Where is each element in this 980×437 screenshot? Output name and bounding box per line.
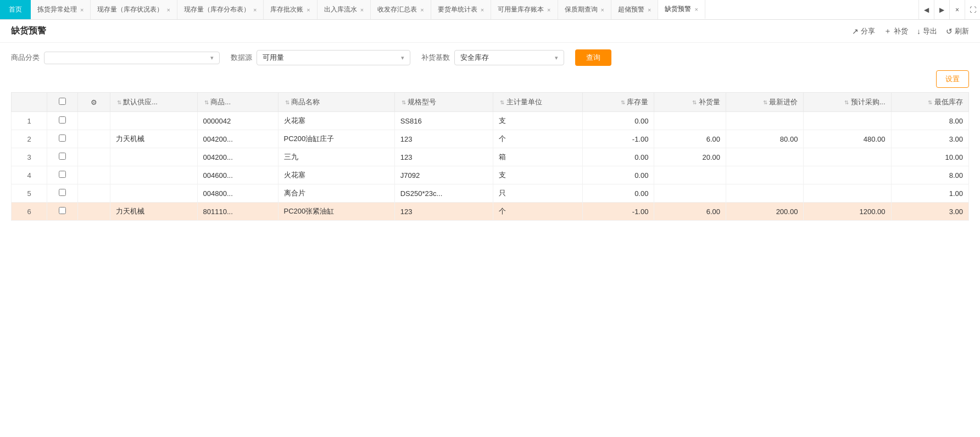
cell-replenish-0 bbox=[654, 112, 726, 130]
th-unit-sort-icon: ⇅ bbox=[500, 99, 504, 105]
tab-abnormal-close[interactable]: × bbox=[80, 7, 83, 13]
tab-stock-status-close[interactable]: × bbox=[166, 7, 170, 13]
th-index bbox=[12, 93, 47, 112]
cell-spec-4: DS250*23c... bbox=[394, 184, 493, 203]
tab-available[interactable]: 可用量库存账本 × bbox=[491, 0, 558, 19]
row-checkbox-1[interactable] bbox=[59, 135, 66, 142]
share-button[interactable]: ↗ 分享 bbox=[852, 26, 875, 36]
cell-unit-0: 支 bbox=[493, 112, 583, 130]
base-label: 补货基数 bbox=[421, 53, 450, 63]
tab-fullscreen[interactable]: ⛶ bbox=[965, 0, 980, 20]
tab-demand-label: 要货单统计表 bbox=[438, 5, 477, 14]
tab-shortage[interactable]: 缺货预警 × bbox=[658, 0, 705, 19]
settings-button[interactable]: 设置 bbox=[936, 70, 969, 88]
th-name[interactable]: ⇅ 商品名称 bbox=[278, 93, 394, 112]
th-check[interactable] bbox=[47, 93, 77, 112]
tab-scroll-next[interactable]: ▶ bbox=[934, 0, 949, 20]
table-header-row: ⚙ ⇅ 默认供应... ⇅ 商品... ⇅ 商品名称 ⇅ bbox=[12, 93, 969, 112]
tab-stock-dist[interactable]: 现存量（库存分布表） × bbox=[177, 0, 264, 19]
table-body: 1 0000042 火花塞 SS816 支 0.00 8.00 2 力天机械 0… bbox=[12, 112, 969, 221]
cell-replenish-1: 6.00 bbox=[654, 130, 726, 148]
cell-check-3[interactable] bbox=[47, 166, 77, 184]
select-all-checkbox[interactable] bbox=[59, 98, 66, 105]
base-select[interactable]: 安全库存 ▾ bbox=[454, 50, 564, 65]
tab-home[interactable]: 首页 bbox=[0, 0, 31, 19]
th-spec[interactable]: ⇅ 规格型号 bbox=[394, 93, 493, 112]
table-row: 1 0000042 火花塞 SS816 支 0.00 8.00 bbox=[12, 112, 969, 130]
cell-code-1: 004200... bbox=[197, 130, 278, 148]
tab-receipt-close[interactable]: × bbox=[420, 7, 424, 13]
datasource-select-value: 可用量 bbox=[263, 53, 284, 63]
th-stock-label: 库存量 bbox=[627, 98, 648, 106]
th-stock[interactable]: ⇅ 库存量 bbox=[582, 93, 654, 112]
tab-batch[interactable]: 库存批次账 × bbox=[264, 0, 317, 19]
tab-batch-close[interactable]: × bbox=[307, 7, 310, 13]
cell-check-1[interactable] bbox=[47, 130, 77, 148]
th-purchase[interactable]: ⇅ 预计采购... bbox=[804, 93, 891, 112]
th-code[interactable]: ⇅ 商品... bbox=[197, 93, 278, 112]
tab-inout-close[interactable]: × bbox=[360, 7, 364, 13]
cell-check-0[interactable] bbox=[47, 112, 77, 130]
table-row: 6 力天机械 801110... PC200张紧油缸 123 个 -1.00 6… bbox=[12, 203, 969, 221]
category-select[interactable]: ▾ bbox=[44, 52, 220, 64]
datasource-select-arrow: ▾ bbox=[401, 54, 404, 61]
th-supplier[interactable]: ⇅ 默认供应... bbox=[110, 93, 197, 112]
tab-expiry[interactable]: 保质期查询 × bbox=[558, 0, 611, 19]
th-replenish[interactable]: ⇅ 补货量 bbox=[654, 93, 726, 112]
tab-abnormal[interactable]: 拣货异常处理 × bbox=[31, 0, 91, 19]
refresh-icon: ↺ bbox=[946, 27, 953, 36]
cell-check-5[interactable] bbox=[47, 203, 77, 221]
tab-nav-buttons: ◀ ▶ × ⛶ bbox=[918, 0, 980, 20]
tab-abnormal-label: 拣货异常处理 bbox=[37, 5, 77, 14]
row-checkbox-4[interactable] bbox=[59, 189, 66, 196]
tab-stock-dist-label: 现存量（库存分布表） bbox=[184, 5, 250, 14]
tab-overstock-close[interactable]: × bbox=[648, 7, 651, 13]
refresh-button[interactable]: ↺ 刷新 bbox=[946, 26, 969, 36]
tab-inout[interactable]: 出入库流水 × bbox=[318, 0, 371, 19]
replenish-button[interactable]: ＋ 补货 bbox=[884, 26, 908, 36]
row-checkbox-3[interactable] bbox=[59, 171, 66, 178]
datasource-label: 数据源 bbox=[231, 53, 252, 63]
th-code-label: 商品... bbox=[210, 98, 231, 106]
tab-demand[interactable]: 要货单统计表 × bbox=[431, 0, 491, 19]
filter-bar: 商品分类 ▾ 数据源 可用量 ▾ 补货基数 安全库存 ▾ 查询 bbox=[0, 43, 980, 70]
datasource-select[interactable]: 可用量 ▾ bbox=[257, 50, 410, 65]
th-code-sort-icon: ⇅ bbox=[204, 99, 209, 105]
tab-shortage-close[interactable]: × bbox=[694, 6, 698, 13]
tab-stock-status[interactable]: 现存量（库存状况表） × bbox=[91, 0, 177, 19]
cell-price-2 bbox=[726, 148, 804, 166]
cell-stock-1: -1.00 bbox=[582, 130, 654, 148]
category-filter-group: 商品分类 ▾ bbox=[11, 52, 220, 64]
tab-available-close[interactable]: × bbox=[547, 7, 550, 13]
cell-minstock-4: 1.00 bbox=[891, 184, 969, 203]
tab-stock-dist-close[interactable]: × bbox=[253, 7, 257, 13]
tab-close-current[interactable]: × bbox=[949, 0, 965, 20]
th-minstock[interactable]: ⇅ 最低库存 bbox=[891, 93, 969, 112]
cell-code-0: 0000042 bbox=[197, 112, 278, 130]
tab-demand-close[interactable]: × bbox=[481, 7, 484, 13]
cell-check-2[interactable] bbox=[47, 148, 77, 166]
th-unit[interactable]: ⇅ 主计量单位 bbox=[493, 93, 583, 112]
column-settings-icon[interactable]: ⚙ bbox=[91, 98, 97, 107]
cell-purchase-0 bbox=[804, 112, 891, 130]
row-checkbox-2[interactable] bbox=[59, 153, 66, 160]
row-checkbox-5[interactable] bbox=[59, 207, 66, 214]
page-title: 缺货预警 bbox=[11, 25, 852, 37]
th-settings[interactable]: ⚙ bbox=[77, 93, 110, 112]
tab-scroll-prev[interactable]: ◀ bbox=[918, 0, 934, 20]
row-checkbox-0[interactable] bbox=[59, 116, 66, 124]
datasource-filter-group: 数据源 可用量 ▾ bbox=[231, 50, 410, 65]
cell-purchase-1: 480.00 bbox=[804, 130, 891, 148]
tab-expiry-close[interactable]: × bbox=[601, 7, 604, 13]
th-spec-label: 规格型号 bbox=[408, 98, 436, 106]
tab-overstock[interactable]: 超储预警 × bbox=[611, 0, 658, 19]
cell-check-4[interactable] bbox=[47, 184, 77, 203]
th-supplier-sort-icon: ⇅ bbox=[117, 99, 121, 105]
export-button[interactable]: ↓ 导出 bbox=[917, 26, 937, 36]
cell-settings-1 bbox=[77, 130, 110, 148]
cell-name-0: 火花塞 bbox=[278, 112, 394, 130]
tab-receipt[interactable]: 收发存汇总表 × bbox=[371, 0, 431, 19]
th-price[interactable]: ⇅ 最新进价 bbox=[726, 93, 804, 112]
cell-unit-2: 箱 bbox=[493, 148, 583, 166]
query-button[interactable]: 查询 bbox=[575, 49, 611, 66]
